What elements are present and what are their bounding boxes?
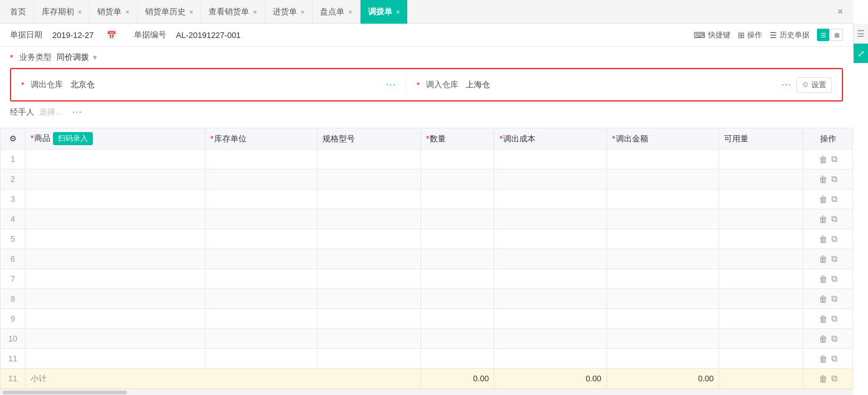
tab-sales-order[interactable]: 销货单× — [90, 0, 137, 24]
tab-close-sales-order[interactable]: × — [125, 8, 129, 16]
row-available[interactable] — [719, 289, 803, 309]
row-product[interactable] — [26, 150, 205, 169]
delete-icon[interactable]: 🗑 — [819, 354, 828, 364]
operations-button[interactable]: ⊞ 操作 — [738, 30, 762, 40]
row-available[interactable] — [719, 249, 803, 269]
copy-icon[interactable]: ⧉ — [831, 194, 837, 204]
row-amount[interactable] — [606, 309, 719, 329]
row-spec[interactable] — [318, 289, 421, 309]
scan-button[interactable]: 扫码录入 — [53, 132, 93, 145]
row-unit[interactable] — [205, 309, 318, 329]
row-spec[interactable] — [318, 349, 421, 369]
row-available[interactable] — [719, 209, 803, 229]
row-unit[interactable] — [205, 209, 318, 229]
row-cost[interactable] — [494, 150, 607, 169]
tab-close-inventory-init[interactable]: × — [78, 8, 82, 16]
tab-close-purchase-order[interactable]: × — [301, 8, 304, 16]
delete-icon[interactable]: 🗑 — [819, 334, 828, 344]
row-spec[interactable] — [318, 209, 421, 229]
row-amount[interactable] — [606, 349, 719, 369]
copy-icon[interactable]: ⧉ — [831, 274, 837, 284]
tab-transfer-order[interactable]: 调拨单× — [361, 0, 408, 24]
row-available[interactable] — [719, 329, 803, 349]
copy-icon[interactable]: ⧉ — [831, 234, 837, 244]
subtotal-delete-icon[interactable]: 🗑 — [819, 374, 828, 384]
tab-inventory-init[interactable]: 库存期初× — [34, 0, 90, 24]
row-amount[interactable] — [606, 209, 719, 229]
tab-inventory-check[interactable]: 盘点单× — [313, 0, 360, 24]
row-spec[interactable] — [318, 169, 421, 189]
tab-sales-history[interactable]: 销货单历史× — [138, 0, 201, 24]
grid-icon-lines[interactable]: ☰ — [817, 29, 829, 41]
copy-icon[interactable]: ⧉ — [831, 293, 837, 304]
row-qty[interactable] — [421, 150, 494, 169]
in-warehouse-more[interactable]: ··· — [781, 79, 791, 90]
row-product[interactable] — [26, 349, 205, 369]
row-cost[interactable] — [494, 269, 607, 289]
handler-placeholder[interactable]: 选择... — [39, 107, 62, 118]
business-type-select[interactable]: 同价调拨 ▼ — [57, 52, 156, 63]
tab-close-inventory-check[interactable]: × — [348, 8, 352, 16]
row-cost[interactable] — [494, 249, 607, 269]
row-cost[interactable] — [494, 329, 607, 349]
row-cost[interactable] — [494, 309, 607, 329]
row-qty[interactable] — [421, 189, 494, 209]
row-unit[interactable] — [205, 189, 318, 209]
scroll-thumb[interactable] — [2, 391, 127, 394]
calendar-icon[interactable]: 📅 — [106, 31, 116, 40]
row-product[interactable] — [26, 269, 205, 289]
row-cost[interactable] — [494, 209, 607, 229]
row-qty[interactable] — [421, 229, 494, 249]
tab-close-view-sales[interactable]: × — [253, 8, 257, 16]
side-list-icon[interactable]: ☰ — [854, 24, 869, 44]
delete-icon[interactable]: 🗑 — [819, 294, 828, 304]
row-amount[interactable] — [606, 189, 719, 209]
delete-icon[interactable]: 🗑 — [819, 214, 828, 224]
row-unit[interactable] — [205, 169, 318, 189]
row-product[interactable] — [26, 309, 205, 329]
row-qty[interactable] — [421, 209, 494, 229]
delete-icon[interactable]: 🗑 — [819, 314, 828, 324]
quick-key-button[interactable]: ⌨ 快捷键 — [694, 30, 730, 40]
delete-icon[interactable]: 🗑 — [819, 174, 828, 184]
row-product[interactable] — [26, 169, 205, 189]
date-value[interactable]: 2019-12-27 — [52, 31, 94, 40]
row-cost[interactable] — [494, 349, 607, 369]
history-button[interactable]: ☰ 历史单据 — [770, 30, 809, 40]
copy-icon[interactable]: ⧉ — [831, 353, 837, 364]
row-qty[interactable] — [421, 349, 494, 369]
side-expand-icon[interactable]: ⤢ — [854, 44, 869, 64]
row-unit[interactable] — [205, 349, 318, 369]
delete-icon[interactable]: 🗑 — [819, 234, 828, 244]
row-unit[interactable] — [205, 150, 318, 169]
row-cost[interactable] — [494, 289, 607, 309]
row-spec[interactable] — [318, 249, 421, 269]
row-qty[interactable] — [421, 269, 494, 289]
tab-close-transfer-order[interactable]: × — [396, 8, 400, 16]
grid-icon-table[interactable]: ⊞ — [831, 29, 843, 41]
row-available[interactable] — [719, 189, 803, 209]
delete-icon[interactable]: 🗑 — [819, 155, 828, 164]
tab-close-sales-history[interactable]: × — [189, 8, 193, 16]
row-spec[interactable] — [318, 309, 421, 329]
row-qty[interactable] — [421, 309, 494, 329]
row-qty[interactable] — [421, 289, 494, 309]
in-warehouse-value[interactable]: 上海仓 — [466, 79, 490, 90]
row-spec[interactable] — [318, 189, 421, 209]
row-amount[interactable] — [606, 169, 719, 189]
row-qty[interactable] — [421, 169, 494, 189]
th-settings[interactable]: ⚙ — [1, 128, 26, 150]
row-unit[interactable] — [205, 249, 318, 269]
copy-icon[interactable]: ⧉ — [831, 313, 837, 324]
row-amount[interactable] — [606, 289, 719, 309]
row-spec[interactable] — [318, 229, 421, 249]
row-available[interactable] — [719, 229, 803, 249]
row-available[interactable] — [719, 349, 803, 369]
row-product[interactable] — [26, 189, 205, 209]
row-product[interactable] — [26, 329, 205, 349]
out-warehouse-more[interactable]: ··· — [386, 79, 396, 90]
row-available[interactable] — [719, 150, 803, 169]
row-amount[interactable] — [606, 150, 719, 169]
row-available[interactable] — [719, 169, 803, 189]
settings-button[interactable]: ⚙ 设置 — [796, 77, 832, 93]
